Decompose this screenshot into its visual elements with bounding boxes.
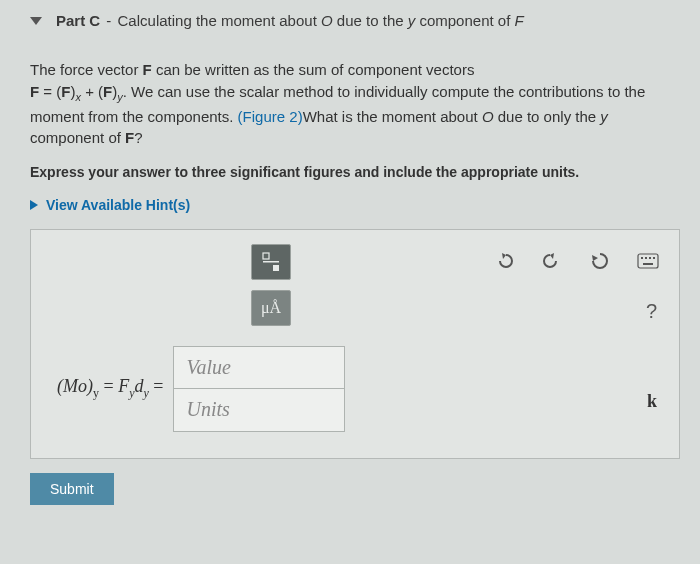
answer-panel: μÅ ? (Mo)y = Fydy = Value Units k: [30, 229, 680, 459]
svg-rect-0: [263, 253, 269, 259]
action-toolbar: [491, 248, 661, 274]
fraction-icon: [260, 251, 282, 273]
fraction-template-button[interactable]: [251, 244, 291, 280]
caret-down-icon: [30, 17, 42, 25]
svg-rect-1: [263, 261, 279, 263]
view-hints-toggle[interactable]: View Available Hint(s): [30, 197, 680, 213]
part-header[interactable]: Part C - Calculating the moment about O …: [30, 12, 680, 29]
equation-row: (Mo)y = Fydy = Value Units: [57, 346, 345, 432]
help-button[interactable]: ?: [646, 300, 657, 323]
part-title: Part C - Calculating the moment about O …: [56, 12, 524, 29]
reset-icon: [590, 251, 610, 271]
undo-icon: [494, 251, 514, 271]
figure-link[interactable]: (Figure 2): [238, 108, 303, 125]
svg-rect-7: [653, 257, 655, 259]
units-picker-button[interactable]: μÅ: [251, 290, 291, 326]
keyboard-icon: [637, 253, 659, 269]
unit-vector-k: k: [647, 391, 657, 412]
units-input[interactable]: Units: [174, 389, 344, 431]
undo-button[interactable]: [491, 248, 517, 274]
caret-right-icon: [30, 200, 38, 210]
svg-rect-8: [643, 263, 653, 265]
answer-fraction: Value Units: [173, 346, 345, 432]
redo-icon: [542, 251, 562, 271]
svg-rect-4: [641, 257, 643, 259]
reset-button[interactable]: [587, 248, 613, 274]
problem-text: The force vector F can be written as the…: [30, 59, 680, 149]
units-toolbar: μÅ: [251, 290, 291, 326]
svg-rect-3: [638, 254, 658, 268]
answer-instruction: Express your answer to three significant…: [30, 163, 680, 183]
hints-label: View Available Hint(s): [46, 197, 190, 213]
svg-rect-2: [273, 265, 279, 271]
format-toolbar: [251, 244, 291, 280]
value-input[interactable]: Value: [174, 347, 344, 389]
keyboard-button[interactable]: [635, 248, 661, 274]
equation-lhs: (Mo)y = Fydy =: [57, 376, 163, 401]
units-icon: μÅ: [261, 299, 281, 317]
redo-button[interactable]: [539, 248, 565, 274]
submit-button[interactable]: Submit: [30, 473, 114, 505]
svg-rect-6: [649, 257, 651, 259]
svg-rect-5: [645, 257, 647, 259]
